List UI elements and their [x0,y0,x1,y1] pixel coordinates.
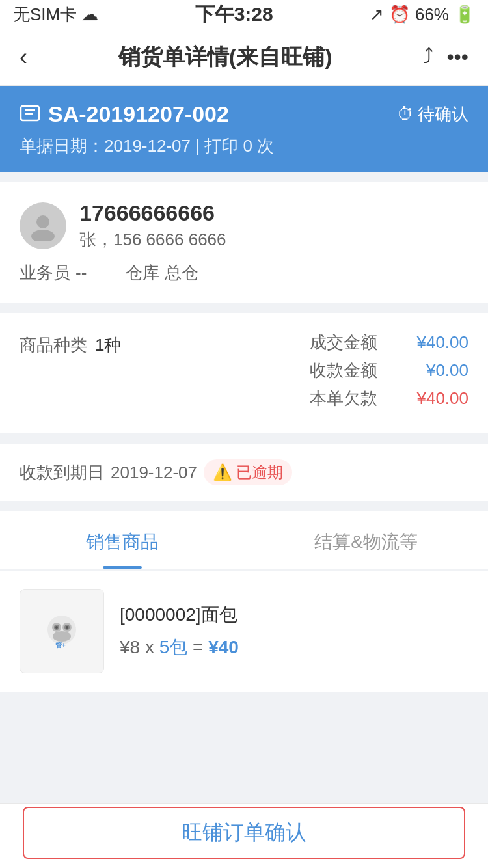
amount-label-2: 本单欠款 [310,387,377,410]
nav-bar: ‹ 销货单详情(来自旺铺) ⤴ ••• [0,29,488,86]
due-card: 收款到期日 2019-12-07 ⚠️ 已逾期 [0,444,488,501]
sales-rep: 业务员 -- [20,262,87,284]
customer-details: 17666666666 张，156 6666 6666 [79,200,226,251]
warehouse: 仓库 总仓 [126,262,198,284]
summary-card: 商品种类 1种 成交金额 ¥40.00 收款金额 ¥0.00 本单欠款 ¥40.… [0,313,488,433]
amount-row-2: 本单欠款 ¥40.00 [310,387,468,410]
share-icon[interactable]: ⤴ [423,45,433,69]
amount-value-0: ¥40.00 [390,332,468,353]
status-bar-time: 下午3:28 [195,1,273,28]
svg-point-12 [53,631,71,642]
order-id: SA-20191207-002 [20,102,229,127]
back-button[interactable]: ‹ [20,44,27,71]
location-icon: ↗ [370,5,384,25]
status-bar-left: 无SIM卡 ☁ [13,3,98,26]
amount-label-1: 收款金额 [310,359,377,382]
battery-icon: 🔋 [454,5,475,25]
order-icon [20,102,40,127]
page-title: 销货单详情(来自旺铺) [118,42,332,72]
status-bar-right: ↗ ⏰ 66% 🔋 [370,5,475,25]
amounts: 成交金额 ¥40.00 收款金额 ¥0.00 本单欠款 ¥40.00 [310,331,468,415]
svg-point-3 [36,215,49,228]
tab-sales-product[interactable]: 销售商品 [0,511,244,569]
svg-point-11 [66,626,68,629]
spacer [0,692,488,822]
product-name: [0000002]面包 [120,603,468,627]
order-header: SA-20191207-002 ⏱ 待确认 单据日期：2019-12-07 | … [0,86,488,172]
customer-meta: 业务员 -- 仓库 总仓 [20,262,468,284]
product-card: 管+ [0000002]面包 ¥8 x 5包 = ¥40 [0,571,488,692]
nav-actions: ⤴ ••• [423,45,468,69]
due-date-label: 收款到期日 [20,461,104,484]
customer-row: 17666666666 张，156 6666 6666 [20,200,468,251]
status-bar: 无SIM卡 ☁ 下午3:28 ↗ ⏰ 66% 🔋 [0,0,488,29]
product-total: ¥40 [208,637,239,657]
overdue-badge: ⚠️ 已逾期 [204,459,292,485]
order-date: 单据日期：2019-12-07 | 打印 0 次 [20,135,468,157]
warning-icon: ⚠️ [213,463,232,481]
order-status: ⏱ 待确认 [397,103,468,126]
warehouse-value: 总仓 [165,262,198,284]
sales-rep-label: 业务员 [20,262,70,284]
amount-value-2: ¥40.00 [390,388,468,409]
bottom-bar: 旺铺订单确认 [0,803,488,868]
product-type-label: 商品种类 [20,334,87,357]
order-header-row1: SA-20191207-002 ⏱ 待确认 [20,102,468,127]
warehouse-label: 仓库 [126,262,159,284]
amount-row-1: 收款金额 ¥0.00 [310,359,468,382]
clock-icon: ⏱ [397,104,414,124]
product-image: 管+ [20,589,104,673]
sim-label: 无SIM卡 ☁ [13,3,98,26]
battery-label: 66% [415,5,449,25]
tab-settlement[interactable]: 结算&物流等 [244,511,488,569]
svg-point-4 [31,230,55,241]
svg-text:管+: 管+ [55,642,66,649]
amount-label-0: 成交金额 [310,331,377,354]
product-info: [0000002]面包 ¥8 x 5包 = ¥40 [120,603,468,660]
product-price-text: ¥8 x [120,637,159,657]
more-icon[interactable]: ••• [446,45,468,69]
sales-rep-value: -- [75,263,87,283]
alarm-icon: ⏰ [389,5,410,25]
product-equals: = [187,637,208,657]
product-type-value: 1种 [95,334,121,357]
amount-value-1: ¥0.00 [390,360,468,381]
confirm-button[interactable]: 旺铺订单确认 [23,807,465,859]
avatar [20,202,66,249]
product-qty: 5包 [159,637,188,657]
customer-name: 张，156 6666 6666 [79,228,226,251]
product-price: ¥8 x 5包 = ¥40 [120,635,468,660]
customer-card: 17666666666 张，156 6666 6666 业务员 -- 仓库 总仓 [0,182,488,303]
due-date-value: 2019-12-07 [111,463,197,483]
product-type: 商品种类 1种 [20,331,121,357]
overdue-label: 已逾期 [236,462,283,483]
tab-bar: 销售商品 结算&物流等 [0,511,488,569]
svg-point-10 [55,626,58,629]
amount-row-0: 成交金额 ¥40.00 [310,331,468,354]
customer-phone: 17666666666 [79,200,226,226]
